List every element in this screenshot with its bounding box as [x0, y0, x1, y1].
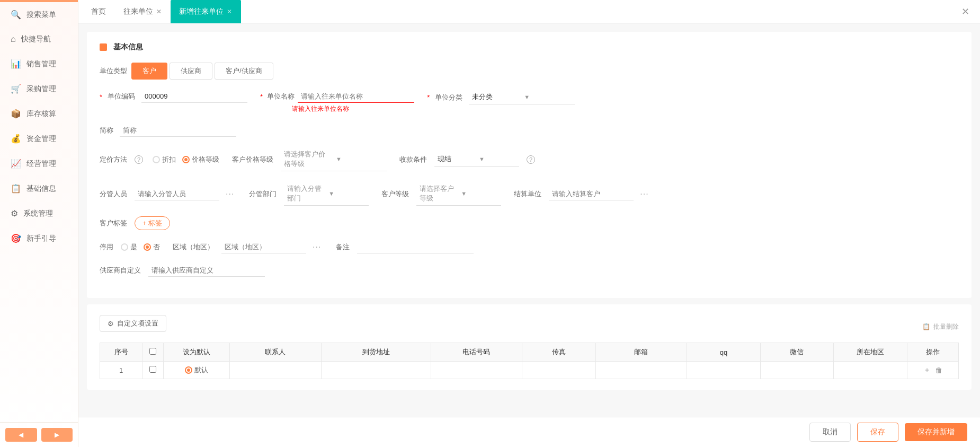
- unit-type-supplier[interactable]: 供应商: [170, 63, 212, 80]
- sidebar-item-search[interactable]: 🔍搜索菜单: [0, 2, 78, 27]
- tab-partners[interactable]: 往来单位 ✕: [115, 0, 171, 23]
- tab-bar-close[interactable]: ✕: [961, 6, 969, 17]
- sidebar-item-operation[interactable]: 📈经营管理: [0, 151, 78, 176]
- sidebar-item-sales[interactable]: 📊销售管理: [0, 51, 78, 76]
- main-area: 首页 往来单位 ✕ 新增往来单位 ✕ ✕ 基本信息 单位类型 客户: [78, 0, 980, 447]
- disabled-yes[interactable]: 是: [121, 242, 137, 252]
- sidebar-label-system: 系统管理: [23, 209, 53, 218]
- unit-code-label: 单位编码: [108, 92, 135, 101]
- row-contact[interactable]: [230, 362, 322, 379]
- payment-terms-arrow: ▼: [479, 156, 516, 162]
- tab-partners-close[interactable]: ✕: [156, 8, 162, 15]
- cancel-button[interactable]: 取消: [809, 423, 851, 442]
- save-new-button[interactable]: 保存并新增: [905, 423, 967, 441]
- remark-input[interactable]: [357, 241, 474, 253]
- table-card: ⚙ 自定义项设置 📋 批量删除 序号 设为默认 联系人 到货地址 电: [87, 304, 972, 390]
- payment-terms-help-icon[interactable]: ?: [527, 155, 535, 164]
- select-all-checkbox[interactable]: [149, 348, 156, 355]
- row-add-btn[interactable]: ＋: [923, 365, 931, 375]
- row-contact-input[interactable]: [254, 366, 297, 374]
- pricing-discount[interactable]: 折扣: [153, 155, 176, 164]
- payment-terms-select[interactable]: 现结 ▼: [434, 152, 519, 166]
- disabled-no-circle: [144, 243, 151, 251]
- pricing-help-icon[interactable]: ?: [135, 155, 143, 164]
- row-email[interactable]: [595, 362, 687, 379]
- sidebar-label-search: 搜索菜单: [26, 10, 56, 20]
- sidebar-collapse-btn[interactable]: ◀: [5, 428, 37, 442]
- sidebar-expand-btn[interactable]: ▶: [41, 428, 73, 442]
- tab-partners-label: 往来单位: [123, 7, 153, 16]
- settlement-unit-input[interactable]: [549, 188, 634, 200]
- disabled-label: 停用: [100, 242, 113, 252]
- sidebar-item-finance[interactable]: 💰资金管理: [0, 126, 78, 151]
- sidebar: 🔍搜索菜单⌂快捷导航📊销售管理🛒采购管理📦库存核算💰资金管理📈经营管理📋基础信息…: [0, 0, 78, 447]
- sidebar-label-inventory: 库存核算: [26, 109, 56, 119]
- row-wechat-input[interactable]: [781, 366, 813, 374]
- sidebar-bottom: ◀ ▶: [0, 422, 78, 447]
- short-name-row: 简称: [100, 124, 959, 137]
- row-region-input[interactable]: [854, 366, 886, 374]
- department-select[interactable]: 请输入分管部门 ▼: [284, 182, 369, 206]
- pricing-level[interactable]: 价格等级: [182, 155, 219, 164]
- row-check[interactable]: [142, 362, 164, 379]
- row-fax[interactable]: [522, 362, 595, 379]
- manager-more[interactable]: ···: [224, 188, 236, 200]
- sidebar-label-sales: 销售管理: [26, 59, 56, 69]
- sidebar-label-purchase: 采购管理: [26, 84, 56, 94]
- customer-level-label: 客户等级: [381, 189, 409, 199]
- save-button[interactable]: 保存: [857, 423, 898, 442]
- customer-tags-label: 客户标签: [100, 218, 127, 228]
- section-title-icon: [100, 43, 107, 51]
- region-more[interactable]: ···: [310, 241, 323, 253]
- sidebar-label-quick-nav: 快捷导航: [21, 34, 51, 44]
- tab-home[interactable]: 首页: [83, 0, 115, 23]
- sidebar-item-system[interactable]: ⚙系统管理: [0, 201, 78, 226]
- row-default-radio[interactable]: 默认: [169, 365, 224, 375]
- col-region: 所在地区: [834, 343, 907, 362]
- disabled-no[interactable]: 否: [144, 242, 160, 252]
- unit-name-input[interactable]: [298, 90, 414, 103]
- row-fax-input[interactable]: [543, 366, 575, 374]
- row-phone[interactable]: [431, 362, 522, 379]
- section-title: 基本信息: [100, 42, 959, 52]
- row-qq[interactable]: [687, 362, 760, 379]
- row-phone-input[interactable]: [455, 366, 497, 374]
- row-delete-btn[interactable]: 🗑: [935, 365, 942, 375]
- supplier-custom-input[interactable]: [148, 264, 265, 277]
- row-region[interactable]: [834, 362, 907, 379]
- sidebar-item-basic-info[interactable]: 📋基础信息: [0, 176, 78, 201]
- customer-level-select[interactable]: 请选择客户等级 ▼: [416, 182, 501, 206]
- row-email-input[interactable]: [620, 366, 662, 374]
- section-title-text: 基本信息: [113, 42, 143, 52]
- short-name-input[interactable]: [120, 124, 236, 137]
- code-name-row: * 单位编码 * 单位名称 请输入往来单位名称: [100, 90, 959, 113]
- sidebar-item-purchase[interactable]: 🛒采购管理: [0, 76, 78, 101]
- sidebar-item-quick-nav[interactable]: ⌂快捷导航: [0, 27, 78, 51]
- row-qq-input[interactable]: [708, 366, 740, 374]
- disabled-yes-circle: [121, 243, 128, 251]
- row-checkbox[interactable]: [149, 366, 156, 373]
- sidebar-item-guide[interactable]: 🎯新手引导: [0, 226, 78, 251]
- tab-new-partner[interactable]: 新增往来单位 ✕: [171, 0, 241, 23]
- unit-type-row: 单位类型 客户 供应商 客户/供应商: [100, 63, 959, 80]
- sidebar-icon-search: 🔍: [11, 10, 21, 20]
- row-address[interactable]: [321, 362, 431, 379]
- add-tag-button[interactable]: + 标签: [135, 216, 170, 230]
- customer-price-level-select[interactable]: 请选择客户价格等级 ▼: [281, 147, 387, 171]
- batch-delete-btn[interactable]: 📋 批量删除: [922, 322, 959, 331]
- unit-category-select[interactable]: 未分类 ▼: [469, 90, 575, 104]
- manager-input[interactable]: [135, 188, 219, 200]
- row-wechat[interactable]: [760, 362, 833, 379]
- row-address-input[interactable]: [350, 366, 403, 374]
- tab-new-partner-close[interactable]: ✕: [227, 8, 232, 15]
- unit-type-both[interactable]: 客户/供应商: [215, 63, 273, 80]
- unit-type-customer[interactable]: 客户: [131, 63, 167, 80]
- settlement-unit-more[interactable]: ···: [638, 188, 651, 200]
- sidebar-icon-inventory: 📦: [11, 109, 21, 119]
- custom-settings-button[interactable]: ⚙ 自定义项设置: [100, 315, 166, 332]
- region-input[interactable]: [221, 241, 306, 253]
- unit-code-field: * 单位编码: [100, 90, 247, 103]
- unit-code-input[interactable]: [141, 90, 247, 103]
- sidebar-item-inventory[interactable]: 📦库存核算: [0, 101, 78, 126]
- sidebar-icon-finance: 💰: [11, 134, 21, 144]
